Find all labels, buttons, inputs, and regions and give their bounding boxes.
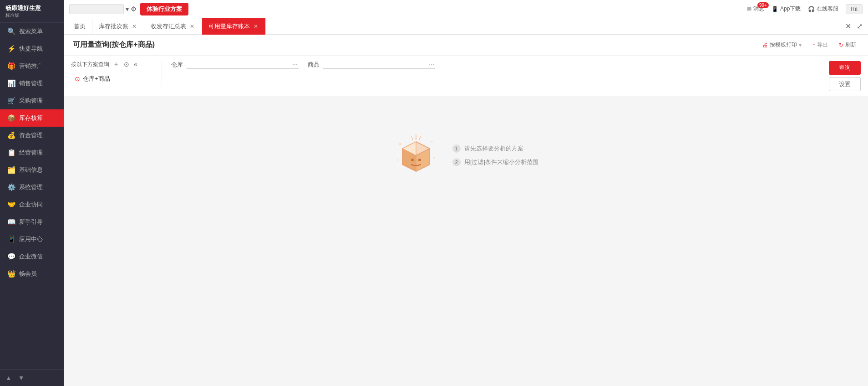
sidebar-item-search[interactable]: 🔍 搜索菜单 (0, 23, 64, 40)
tab-batch-ledger[interactable]: 库存批次账 ✕ (92, 18, 144, 35)
scheme-collapse-button[interactable]: « (133, 61, 138, 68)
tab-home[interactable]: 首页 (67, 18, 92, 35)
hint-num-2: 2 (452, 158, 461, 166)
sidebar-item-system[interactable]: ⚙️ 系统管理 (0, 179, 64, 196)
sidebar-item-shortcut[interactable]: ⚡ 快捷导航 (0, 40, 64, 57)
app-download-button[interactable]: 📱 App下载 (772, 5, 801, 13)
topbar-search-input[interactable] (69, 4, 124, 14)
sidebar-item-label: 经营管理 (19, 149, 43, 157)
query-button[interactable]: 查询 (829, 61, 861, 75)
filter-area: 仓库 ··· 商品 ··· (162, 60, 829, 69)
scheme-item-warehouse-product[interactable]: ⊙ 仓库+商品 (71, 72, 156, 86)
service-label: 在线客服 (817, 5, 838, 13)
sidebar-item-label: 畅会员 (19, 270, 37, 278)
user-area[interactable]: Rit (846, 4, 863, 14)
sidebar-item-marketing[interactable]: 🎁 营销推广 (0, 57, 64, 75)
topbar-right: ✉ 消息 99+ 📱 App下载 🎧 在线客服 Rit (747, 4, 863, 14)
tab-close-button[interactable]: ✕ (843, 21, 853, 31)
print-button[interactable]: 🖨 按模板打印 ▾ (760, 39, 804, 51)
scheme-header: 按以下方案查询 ＋ ⊙ « (71, 60, 156, 68)
sidebar-item-operations[interactable]: 📋 经营管理 (0, 144, 64, 161)
svg-line-12 (419, 136, 421, 140)
sidebar-item-member[interactable]: 👑 畅会员 (0, 265, 64, 283)
filter-product-input[interactable] (323, 61, 426, 67)
filter-warehouse-more-button[interactable]: ··· (291, 60, 299, 67)
page-actions: 🖨 按模板打印 ▾ ↑ 导出 ↻ 刷新 (760, 39, 859, 51)
sidebar: 畅康通好生意 标准版 🔍 搜索菜单 ⚡ 快捷导航 🎁 营销推广 📊 销售管理 🛒… (0, 0, 64, 386)
refresh-button[interactable]: ↻ 刷新 (836, 39, 859, 51)
topbar-gear-button[interactable]: ⚙ (131, 5, 137, 13)
export-button[interactable]: ↑ 导出 (810, 39, 831, 51)
tab-receive-summary[interactable]: 收发存汇总表 ✕ (144, 18, 202, 35)
sidebar-item-appcenter[interactable]: 📱 应用中心 (0, 231, 64, 248)
scroll-up-button[interactable]: ▲ (4, 373, 14, 382)
sidebar-item-label: 采购管理 (19, 97, 43, 105)
export-label: 导出 (817, 41, 828, 49)
sidebar-item-wechat[interactable]: 💬 企业微信 (0, 248, 64, 265)
svg-point-7 (399, 143, 401, 145)
purchase-icon: 🛒 (7, 97, 15, 105)
sidebar-item-label: 企业微信 (19, 252, 43, 261)
marketing-icon: 🎁 (7, 62, 15, 70)
service-button[interactable]: 🎧 在线客服 (808, 5, 838, 13)
scheme-panel: 按以下方案查询 ＋ ⊙ « ⊙ 仓库+商品 (71, 60, 162, 86)
filter-warehouse-input[interactable] (187, 61, 289, 67)
tab-batch-ledger-label: 库存批次账 (99, 22, 128, 31)
refresh-icon: ↻ (839, 42, 843, 48)
sidebar-item-enterprise[interactable]: 🤝 企业协同 (0, 196, 64, 213)
operations-icon: 📋 (7, 149, 15, 157)
tab-available-ledger[interactable]: 可用量库存账本 ✕ (202, 18, 266, 35)
sidebar-item-label: 搜索菜单 (19, 27, 43, 36)
tab-expand-button[interactable]: ⤢ (855, 21, 864, 31)
message-badge: 99+ (757, 2, 769, 8)
sidebar-item-purchase[interactable]: 🛒 采购管理 (0, 92, 64, 109)
scheme-add-button[interactable]: ＋ (112, 60, 120, 68)
tab-available-ledger-close[interactable]: ✕ (253, 23, 259, 30)
print-icon: 🖨 (762, 42, 768, 48)
topbar-dropdown-button[interactable]: ▾ (126, 5, 129, 13)
tab-available-ledger-label: 可用量库存账本 (208, 22, 250, 31)
appcenter-icon: 📱 (7, 235, 15, 243)
filter-product-more-button[interactable]: ··· (428, 60, 435, 67)
refresh-label: 刷新 (845, 41, 856, 49)
app-icon: 📱 (772, 6, 778, 12)
query-section: 按以下方案查询 ＋ ⊙ « ⊙ 仓库+商品 仓库 ··· (64, 56, 868, 96)
sales-icon: 📊 (7, 79, 15, 87)
sidebar-item-basic[interactable]: 🗂️ 基础信息 (0, 161, 64, 179)
system-icon: ⚙️ (7, 183, 15, 191)
filter-warehouse: 仓库 ··· (171, 60, 299, 69)
sidebar-item-label: 营销推广 (19, 62, 43, 70)
svg-point-10 (397, 160, 398, 161)
scheme-settings-button[interactable]: ⊙ (123, 61, 130, 68)
sidebar-footer[interactable]: ▲ ▼ (0, 369, 64, 386)
filter-warehouse-input-wrap: ··· (187, 60, 299, 69)
sidebar-item-label: 资金管理 (19, 131, 43, 139)
empty-hints: 1 请先选择要分析的方案 2 用[过滤]条件来缩小分析范围 (452, 144, 538, 166)
basic-icon: 🗂️ (7, 166, 15, 174)
sidebar-item-newuser[interactable]: 📖 新手引导 (0, 213, 64, 231)
trial-button[interactable]: 体验行业方案 (140, 3, 188, 15)
hint-text-1: 请先选择要分析的方案 (464, 144, 523, 153)
settings-button[interactable]: 设置 (829, 77, 861, 91)
message-button[interactable]: ✉ 消息 99+ (747, 5, 764, 13)
svg-point-8 (431, 141, 432, 143)
svg-point-9 (433, 157, 435, 159)
empty-state-content: 1 请先选择要分析的方案 2 用[过滤]条件来缩小分析范围 (393, 133, 538, 178)
service-icon: 🎧 (808, 6, 815, 12)
hint-num-1: 1 (452, 144, 461, 153)
tabs-controls: ✕ ⤢ (843, 21, 868, 31)
sidebar-item-label: 库存核算 (19, 114, 43, 122)
export-icon: ↑ (812, 42, 815, 48)
sidebar-header: 畅康通好生意 标准版 (0, 0, 64, 23)
scheme-item-icon: ⊙ (75, 75, 80, 82)
page-header: 可用量查询(按仓库+商品) 🖨 按模板打印 ▾ ↑ 导出 ↻ 刷新 (64, 35, 868, 56)
sidebar-item-sales[interactable]: 📊 销售管理 (0, 75, 64, 92)
scroll-down-button[interactable]: ▼ (16, 373, 26, 382)
tab-batch-ledger-close[interactable]: ✕ (131, 23, 137, 30)
sidebar-item-inventory[interactable]: 📦 库存核算 (0, 109, 64, 127)
search-icon: 🔍 (7, 27, 15, 36)
brand-edition: 标准版 (5, 12, 58, 19)
sidebar-item-finance[interactable]: 💰 资金管理 (0, 127, 64, 144)
tab-receive-summary-close[interactable]: ✕ (189, 23, 195, 30)
empty-state: 1 请先选择要分析的方案 2 用[过滤]条件来缩小分析范围 (64, 96, 868, 215)
